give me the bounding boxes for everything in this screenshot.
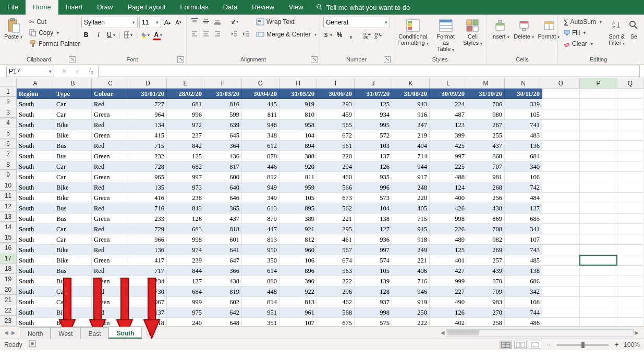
cell[interactable]: 920 — [280, 161, 317, 172]
row-header[interactable]: 9 — [0, 170, 16, 180]
cell[interactable]: 31/10/20 — [467, 89, 505, 99]
cell[interactable] — [617, 276, 643, 286]
decrease-decimal-icon[interactable]: .00.0 — [373, 30, 383, 40]
cell[interactable]: 125 — [167, 151, 204, 161]
cell[interactable]: Red — [92, 99, 129, 109]
cell[interactable]: 728 — [129, 161, 167, 172]
cell[interactable] — [617, 182, 643, 193]
column-header[interactable]: N — [505, 78, 542, 88]
cell[interactable]: 998 — [355, 307, 392, 318]
cell[interactable]: 675 — [317, 318, 355, 326]
zoom-slider[interactable] — [556, 344, 609, 346]
cell[interactable]: 350 — [242, 255, 280, 266]
cell[interactable]: 996 — [355, 182, 392, 193]
column-header[interactable]: A — [17, 78, 54, 88]
cell[interactable]: 812 — [280, 234, 317, 245]
column-header[interactable]: H — [280, 78, 317, 88]
cell[interactable] — [580, 172, 617, 182]
cell[interactable]: 135 — [129, 182, 167, 193]
row-header[interactable]: 6 — [0, 139, 16, 149]
cell[interactable]: 946 — [392, 286, 430, 297]
cell[interactable]: 250 — [392, 307, 430, 318]
cell[interactable]: Car — [54, 99, 92, 109]
cell[interactable]: 716 — [392, 276, 430, 286]
cell[interactable]: 438 — [204, 276, 242, 286]
cell[interactable]: 436 — [204, 151, 242, 161]
cell[interactable] — [542, 141, 580, 151]
cell[interactable]: 31/07/20 — [355, 89, 392, 99]
cell[interactable]: 715 — [129, 141, 167, 151]
cell[interactable] — [580, 182, 617, 193]
cell[interactable]: 672 — [317, 130, 355, 141]
cell[interactable] — [542, 120, 580, 130]
cell[interactable]: 255 — [467, 130, 505, 141]
clear-button[interactable]: Clear — [561, 39, 604, 49]
cell[interactable]: Green — [92, 109, 129, 120]
cell[interactable]: 743 — [505, 245, 542, 255]
cell[interactable]: Bike — [54, 318, 92, 326]
cell[interactable]: 880 — [242, 276, 280, 286]
cell[interactable]: 684 — [167, 286, 204, 297]
cell[interactable] — [542, 276, 580, 286]
row-header[interactable]: 16 — [0, 243, 16, 253]
zoom-out-icon[interactable]: − — [546, 341, 550, 348]
cell[interactable]: Green — [92, 214, 129, 224]
cell[interactable] — [617, 130, 643, 141]
cell[interactable]: Red — [92, 307, 129, 318]
cell[interactable]: 975 — [167, 307, 204, 318]
cell[interactable] — [617, 224, 643, 234]
cell[interactable]: 219 — [392, 130, 430, 141]
cell[interactable]: 31/05/20 — [280, 89, 317, 99]
cell[interactable]: 238 — [167, 193, 204, 203]
cell[interactable]: 714 — [392, 151, 430, 161]
cell[interactable]: South — [17, 234, 54, 245]
cell[interactable]: South — [17, 99, 54, 109]
cell[interactable]: 685 — [505, 214, 542, 224]
cell[interactable]: Bike — [54, 182, 92, 193]
cell[interactable]: 982 — [467, 234, 505, 245]
cell[interactable]: 439 — [467, 266, 505, 276]
cell[interactable]: 983 — [467, 297, 505, 307]
cell[interactable]: 417 — [129, 255, 167, 266]
cell[interactable] — [580, 99, 617, 109]
cell[interactable]: 351 — [242, 318, 280, 326]
cell[interactable]: Red — [92, 141, 129, 151]
column-header[interactable]: J — [355, 78, 392, 88]
cell[interactable] — [580, 120, 617, 130]
column-header[interactable]: O — [542, 78, 580, 88]
cell[interactable]: Car — [54, 286, 92, 297]
cell[interactable]: 716 — [129, 203, 167, 214]
cell[interactable]: 868 — [467, 151, 505, 161]
cell[interactable] — [617, 214, 643, 224]
cell[interactable]: Car — [54, 161, 92, 172]
cell[interactable]: 220 — [392, 193, 430, 203]
cell[interactable]: 136 — [129, 245, 167, 255]
cell[interactable]: 365 — [204, 203, 242, 214]
cell[interactable]: 640 — [204, 182, 242, 193]
font-dialog-icon[interactable]: ⤡ — [177, 56, 184, 63]
column-header[interactable]: C — [92, 78, 129, 88]
cell[interactable]: 31/01/20 — [129, 89, 167, 99]
cell[interactable] — [580, 297, 617, 307]
cell[interactable]: 103 — [355, 141, 392, 151]
cell[interactable]: Green — [92, 255, 129, 266]
cell[interactable]: 936 — [355, 234, 392, 245]
orientation-icon[interactable]: ab — [229, 17, 239, 26]
cell[interactable]: 567 — [317, 245, 355, 255]
cell[interactable]: 998 — [430, 214, 467, 224]
clipboard-dialog-icon[interactable]: ⤡ — [69, 56, 76, 63]
cell[interactable] — [617, 286, 643, 297]
cell[interactable]: South — [17, 182, 54, 193]
cell[interactable]: 878 — [242, 151, 280, 161]
cell[interactable]: 137 — [129, 307, 167, 318]
tab-view[interactable]: View — [282, 0, 311, 15]
decrease-indent-icon[interactable] — [229, 29, 239, 39]
cell[interactable]: 937 — [355, 297, 392, 307]
cell[interactable]: 715 — [392, 214, 430, 224]
cell[interactable]: 224 — [430, 99, 467, 109]
cell[interactable]: 226 — [430, 224, 467, 234]
cell[interactable]: 613 — [242, 203, 280, 214]
cell[interactable]: 222 — [317, 276, 355, 286]
cell[interactable]: 126 — [430, 307, 467, 318]
cell[interactable]: 706 — [467, 99, 505, 109]
